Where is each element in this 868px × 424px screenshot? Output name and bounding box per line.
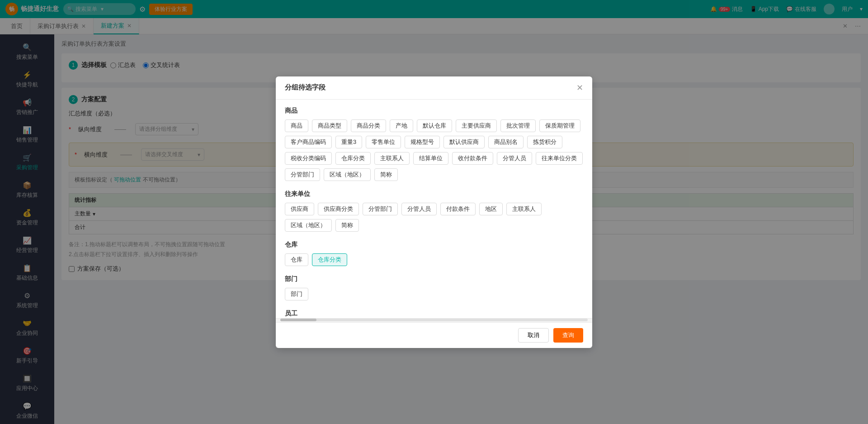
- section-counterpart-tags: 供应商 供应商分类 分管部门 分管人员 付款条件 地区 主联系人 区域（地区） …: [285, 203, 583, 232]
- tag-warehouse-cat[interactable]: 仓库分类: [335, 152, 371, 165]
- tag-goods[interactable]: 商品: [285, 119, 308, 132]
- tag-abbr2[interactable]: 简称: [335, 219, 359, 232]
- dialog-header: 分组待选字段 ✕: [276, 76, 592, 100]
- tag-region2[interactable]: 区域（地区）: [285, 219, 332, 232]
- section-goods-tags: 商品 商品类型 商品分类 产地 默认仓库 主要供应商 批次管理 保质期管理 客户…: [285, 119, 583, 181]
- tag-dept[interactable]: 分管部门: [285, 168, 320, 181]
- hscroll-thumb[interactable]: [280, 319, 316, 321]
- section-warehouse-tags: 仓库 仓库分类: [285, 253, 583, 266]
- tag-origin[interactable]: 产地: [390, 119, 413, 132]
- tag-mgr-dept[interactable]: 分管部门: [363, 203, 398, 215]
- tag-area[interactable]: 地区: [479, 203, 503, 215]
- tag-warehouse[interactable]: 仓库: [285, 253, 308, 266]
- tag-retail-unit[interactable]: 零售单位: [366, 136, 401, 148]
- dialog: 分组待选字段 ✕ 商品 商品 商品类型 商品分类 产地 默认仓库 主要供应商 批…: [276, 76, 592, 348]
- section-employee-title: 员工: [285, 310, 583, 318]
- tag-spec-model[interactable]: 规格型号: [405, 136, 440, 148]
- tag-main-contact[interactable]: 主联系人: [374, 152, 410, 165]
- tag-warehouse-type[interactable]: 仓库分类: [312, 253, 347, 266]
- tag-goods-type[interactable]: 商品类型: [312, 119, 347, 132]
- tag-default-supplier[interactable]: 默认供应商: [443, 136, 485, 148]
- section-counterpart-title: 往来单位: [285, 190, 583, 198]
- tag-main-contact2[interactable]: 主联系人: [506, 203, 542, 215]
- tag-abbr[interactable]: 简称: [374, 168, 398, 181]
- tag-mgr-person[interactable]: 分管人员: [401, 203, 437, 215]
- section-department-title: 部门: [285, 275, 583, 283]
- tag-default-warehouse[interactable]: 默认仓库: [417, 119, 452, 132]
- tag-goods-category[interactable]: 商品分类: [351, 119, 386, 132]
- tag-supplier[interactable]: 供应商: [285, 203, 314, 215]
- section-department-tags: 部门: [285, 288, 583, 300]
- tag-supplier-cat[interactable]: 供应商分类: [318, 203, 359, 215]
- dialog-title: 分组待选字段: [285, 83, 326, 92]
- section-employee: 员工 业务员: [285, 310, 583, 318]
- tag-tax-code[interactable]: 税收分类编码: [285, 152, 332, 165]
- cancel-button[interactable]: 取消: [518, 328, 549, 343]
- tag-shelf-life[interactable]: 保质期管理: [539, 119, 580, 132]
- tag-supervisor[interactable]: 分管人员: [497, 152, 532, 165]
- tag-counterpart-cat[interactable]: 往来单位分类: [536, 152, 583, 165]
- tag-customer-code[interactable]: 客户商品编码: [285, 136, 332, 148]
- hscroll-track: [280, 319, 588, 321]
- tag-batch-mgmt[interactable]: 批次管理: [500, 119, 536, 132]
- section-goods: 商品 商品 商品类型 商品分类 产地 默认仓库 主要供应商 批次管理 保质期管理…: [285, 107, 583, 181]
- dialog-close-btn[interactable]: ✕: [576, 83, 583, 93]
- tag-settlement-unit[interactable]: 结算单位: [413, 152, 448, 165]
- tag-weight3[interactable]: 重量3: [335, 136, 362, 148]
- tag-payment-terms[interactable]: 收付款条件: [452, 152, 493, 165]
- section-warehouse-title: 仓库: [285, 241, 583, 249]
- dialog-footer: 取消 查询: [276, 322, 592, 348]
- section-warehouse: 仓库 仓库 仓库分类: [285, 241, 583, 266]
- tag-goods-alias[interactable]: 商品别名: [488, 136, 524, 148]
- dialog-hscroll[interactable]: [276, 318, 592, 322]
- dialog-body: 商品 商品 商品类型 商品分类 产地 默认仓库 主要供应商 批次管理 保质期管理…: [276, 100, 592, 318]
- tag-pick-points[interactable]: 拣货积分: [527, 136, 562, 148]
- tag-department[interactable]: 部门: [285, 288, 308, 300]
- confirm-button[interactable]: 查询: [553, 328, 583, 343]
- dialog-overlay: 分组待选字段 ✕ 商品 商品 商品类型 商品分类 产地 默认仓库 主要供应商 批…: [0, 0, 868, 424]
- section-goods-title: 商品: [285, 107, 583, 115]
- section-department: 部门 部门: [285, 275, 583, 300]
- section-counterpart: 往来单位 供应商 供应商分类 分管部门 分管人员 付款条件 地区 主联系人 区域…: [285, 190, 583, 232]
- tag-pay-terms[interactable]: 付款条件: [440, 203, 476, 215]
- tag-region[interactable]: 区域（地区）: [324, 168, 371, 181]
- tag-main-supplier[interactable]: 主要供应商: [456, 119, 497, 132]
